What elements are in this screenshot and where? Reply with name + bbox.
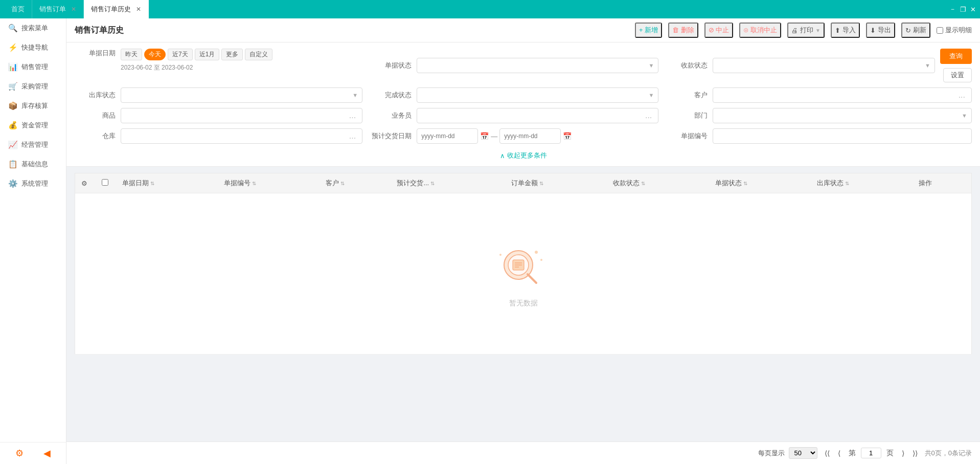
warehouse-ellipsis-button[interactable]: ... <box>347 131 358 141</box>
th-bill-no[interactable]: 单据编号 ⇅ <box>218 173 320 193</box>
stop-button[interactable]: ⊘ 中止 <box>704 23 734 38</box>
date-btn-1month[interactable]: 近1月 <box>195 49 220 60</box>
calendar-to-icon[interactable]: 📅 <box>563 132 572 140</box>
th-expected-delivery-label: 预计交货... <box>397 179 429 188</box>
date-group: 昨天 今天 近7天 近1月 更多 自定义 <box>121 49 272 60</box>
checkbox-th[interactable] <box>96 173 116 193</box>
th-delivery-status-label: 出库状态 <box>817 179 844 188</box>
th-bill-date[interactable]: 单据日期 ⇅ <box>116 173 218 193</box>
top-bar: 首页 销售订单 ✕ 销售订单历史 ✕ － ❐ ✕ <box>0 0 980 18</box>
query-button[interactable]: 查询 <box>940 49 972 64</box>
table-header-row: ⚙ 单据日期 ⇅ 单据编号 <box>75 173 972 193</box>
add-button[interactable]: + 新增 <box>635 23 662 38</box>
calendar-from-icon[interactable]: 📅 <box>480 132 489 140</box>
set-button[interactable]: 设置 <box>943 68 972 82</box>
customer-ellipsis-button[interactable]: ... <box>956 91 967 100</box>
date-btn-custom[interactable]: 自定义 <box>245 49 272 60</box>
sort-icon-bill-status: ⇅ <box>743 181 747 186</box>
finance-icon: 💰 <box>8 121 17 130</box>
tab-sales-order[interactable]: 销售订单 ✕ <box>32 0 84 18</box>
complete-status-select[interactable]: ▼ <box>417 87 658 103</box>
page-number-input[interactable] <box>861 448 881 458</box>
sidebar-collapse-icon[interactable]: ◀ <box>43 448 51 459</box>
date-btn-7days[interactable]: 近7天 <box>168 49 193 60</box>
sidebar-item-search-menu[interactable]: 🔍 搜索菜单 <box>0 18 66 38</box>
window-minimize[interactable]: － <box>949 5 956 14</box>
page-label-zhi: 第 <box>846 448 859 459</box>
delivery-status-select[interactable]: ▼ <box>121 87 362 103</box>
expected-date-from-input[interactable] <box>417 128 478 144</box>
salesperson-ellipsis-button[interactable]: ... <box>643 111 654 120</box>
bill-no-input[interactable] <box>713 128 972 144</box>
date-btn-yesterday[interactable]: 昨天 <box>121 49 142 60</box>
tab-home-label: 首页 <box>11 5 25 14</box>
settings-icon[interactable]: ⚙ <box>81 180 87 187</box>
sidebar-item-basic-info[interactable]: 📋 基础信息 <box>0 154 66 174</box>
page-size-select[interactable]: 50 20 100 <box>789 447 817 459</box>
table-area: ⚙ 单据日期 ⇅ 单据编号 <box>66 167 980 441</box>
svg-line-2 <box>528 274 536 283</box>
tab-home[interactable]: 首页 <box>4 0 32 18</box>
sidebar-item-inventory-label: 库存核算 <box>21 101 48 111</box>
sidebar-item-purchase-mgmt-label: 采购管理 <box>21 82 48 91</box>
sidebar-item-finance[interactable]: 💰 资金管理 <box>0 116 66 135</box>
sidebar-item-basic-info-label: 基础信息 <box>21 160 48 169</box>
date-btn-today[interactable]: 今天 <box>144 49 166 60</box>
display-detail-checkbox[interactable] <box>937 27 943 34</box>
sort-icon-bill-no: ⇅ <box>252 181 256 186</box>
filter-bill-no-section: 单据编号 <box>667 128 972 144</box>
tab-sales-order-history[interactable]: 销售订单历史 ✕ <box>84 0 149 18</box>
page-last-button[interactable]: ⟩⟩ <box>909 448 921 458</box>
sidebar-item-inventory[interactable]: 📦 库存核算 <box>0 96 66 116</box>
print-icon: 🖨 <box>791 27 798 34</box>
delete-button[interactable]: 🗑 删除 <box>668 23 698 38</box>
sidebar-item-sales-mgmt[interactable]: 📊 销售管理 <box>0 57 66 77</box>
print-button[interactable]: 🖨 🖨 打印 打印 ▼ <box>787 23 825 38</box>
payment-status-select[interactable]: ▼ <box>713 58 935 73</box>
th-operation-label: 操作 <box>919 179 932 187</box>
sidebar-item-quick-nav[interactable]: ⚡ 快捷导航 <box>0 38 66 57</box>
collapse-button[interactable]: ∧ 收起更多条件 <box>500 151 547 160</box>
dept-select[interactable]: ▼ <box>713 108 972 123</box>
filter-row-4: 仓库 ... 预计交货日期 📅 — <box>75 128 972 144</box>
expected-date-to-input[interactable] <box>499 128 561 144</box>
sidebar-item-quick-nav-label: 快捷导航 <box>21 43 48 52</box>
bill-status-label: 单据状态 <box>371 61 417 70</box>
display-detail-checkbox-label[interactable]: 显示明细 <box>937 26 972 35</box>
window-close[interactable]: ✕ <box>970 6 976 13</box>
page-first-button[interactable]: ⟨⟨ <box>822 448 833 458</box>
sidebar-settings-icon[interactable]: ⚙ <box>15 448 24 459</box>
bill-status-select[interactable]: ▼ <box>417 58 658 73</box>
refresh-button[interactable]: ↻ 刷新 <box>901 23 930 38</box>
page-total-text: 共0页，0条记录 <box>925 449 972 458</box>
import-button[interactable]: ⬆ 导入 <box>831 23 860 38</box>
th-expected-delivery[interactable]: 预计交货... ⇅ <box>391 173 505 193</box>
sidebar: 🔍 搜索菜单 ⚡ 快捷导航 📊 销售管理 🛒 采购管理 📦 库存核算 💰 资金管… <box>0 18 66 464</box>
th-operation: 操作 <box>913 173 972 193</box>
sidebar-item-sys-mgmt[interactable]: ⚙️ 系统管理 <box>0 174 66 193</box>
empty-text: 暂无数据 <box>509 299 538 308</box>
page-next-button[interactable]: ⟩ <box>899 448 907 458</box>
th-bill-status[interactable]: 单据状态 ⇅ <box>709 173 811 193</box>
sidebar-item-operations[interactable]: 📈 经营管理 <box>0 135 66 154</box>
date-btn-more[interactable]: 更多 <box>221 49 243 60</box>
sys-mgmt-icon: ⚙️ <box>8 179 17 188</box>
tab-sales-order-close[interactable]: ✕ <box>71 6 76 13</box>
select-all-checkbox[interactable] <box>102 179 108 186</box>
th-payment-status[interactable]: 收款状态 ⇅ <box>607 173 709 193</box>
cancel-stop-button[interactable]: ⊙ 取消中止 <box>739 23 781 38</box>
window-restore[interactable]: ❐ <box>960 6 966 13</box>
export-button[interactable]: ⬇ 导出 <box>866 23 895 38</box>
filter-customer-section: 客户 ... <box>667 87 972 103</box>
page-prev-button[interactable]: ⟨ <box>835 448 844 458</box>
tab-sales-order-history-close[interactable]: ✕ <box>136 6 141 13</box>
sidebar-item-purchase-mgmt[interactable]: 🛒 采购管理 <box>0 77 66 96</box>
th-bill-status-label: 单据状态 <box>715 179 742 188</box>
th-delivery-status[interactable]: 出库状态 ⇅ <box>811 173 913 193</box>
settings-th[interactable]: ⚙ <box>75 173 96 193</box>
goods-ellipsis-button[interactable]: ... <box>347 111 358 120</box>
th-order-amount[interactable]: 订单金额 ⇅ <box>505 173 607 193</box>
th-customer[interactable]: 客户 ⇅ <box>320 173 391 193</box>
customer-label: 客户 <box>667 91 713 100</box>
search-menu-icon: 🔍 <box>8 24 17 33</box>
